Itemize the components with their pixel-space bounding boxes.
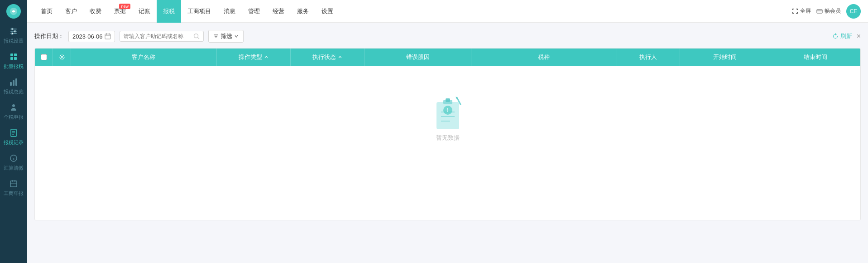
user-avatar[interactable]: CE [846,4,861,19]
svg-text:!: ! [447,107,449,113]
sidebar-item-geshui-shenbao[interactable]: 个税申报 [0,99,27,124]
table-header: 客户名称 操作类型 执行状态 错 [35,49,860,66]
annual-icon [9,179,19,189]
sidebar-label-baoshui-shezhi: 报税设置 [4,38,24,44]
nav-item-shoufei[interactable]: 收费 [83,0,108,23]
svg-point-36 [61,56,63,58]
close-button[interactable]: × [857,32,861,40]
search-box[interactable] [120,31,204,42]
svg-rect-12 [13,80,14,86]
svg-rect-25 [817,10,822,13]
refresh-button[interactable]: 刷新 [832,32,852,40]
th-client-name: 客户名称 [71,49,217,66]
empty-illustration: ! [430,93,466,134]
top-navigation: 首页 客户 收费 票据 new 记账 报税 工商项目 消息 管理 经营 [27,0,868,23]
filter-icon [213,34,219,39]
svg-rect-10 [14,57,17,60]
table-body: ! 暂无数据 [35,66,860,220]
nav-item-kehu[interactable]: 客户 [59,0,83,23]
th-error-reason: 错误股因 [364,49,471,66]
chevron-down-icon [234,34,239,39]
th-executor: 执行人 [617,49,680,66]
search-input[interactable] [124,33,192,39]
search-icon [193,33,200,39]
filter-button[interactable]: 筛选 [208,30,244,43]
sidebar-item-baoshui-zonglam[interactable]: 报税总览 [0,73,27,99]
topnav-right-area: 全屏 畅会员 CE [792,4,861,19]
fullscreen-button[interactable]: 全屏 [792,7,811,15]
member-button[interactable]: 畅会员 [816,7,841,15]
date-picker[interactable]: 2023-06-06 [68,31,115,42]
nav-item-fuwu[interactable]: 服务 [291,0,315,23]
svg-rect-21 [10,181,17,187]
batch-icon [9,52,19,62]
svg-point-31 [194,34,198,38]
sort-icon-optype [264,55,269,59]
date-label: 操作日期： [34,32,64,40]
sidebar-logo [0,0,27,23]
content-area: 操作日期： 2023-06-06 [27,23,868,263]
sidebar-item-huisuan-jiaona[interactable]: ¥ 汇算清缴 [0,150,27,175]
th-checkbox[interactable] [35,49,53,66]
svg-line-32 [197,38,199,39]
page-toolbar: 操作日期： 2023-06-06 [34,30,861,43]
sidebar-item-gongshang-nianbao[interactable]: 工商年报 [0,175,27,200]
select-all-checkbox[interactable] [41,54,47,60]
svg-rect-7 [10,54,13,56]
svg-point-14 [12,104,15,107]
empty-state: ! 暂无数据 [35,66,860,169]
data-table: 客户名称 操作类型 执行状态 错 [34,48,861,220]
th-settings-icon [59,54,65,60]
nav-item-guanli[interactable]: 管理 [242,0,266,23]
nav-item-gongshang[interactable]: 工商项目 [181,0,217,23]
nav-item-baoshui[interactable]: 报税 [157,0,181,23]
calendar-icon [105,33,111,39]
th-end-time: 结束时间 [770,49,860,66]
nav-item-jizhang[interactable]: 记账 [132,0,157,23]
nav-item-xiaoxi[interactable]: 消息 [217,0,242,23]
nav-item-piaoju[interactable]: 票据 new [108,0,132,23]
th-tax-type: 税种 [471,49,617,66]
svg-point-4 [11,28,13,30]
th-exec-status[interactable]: 执行状态 [291,49,364,66]
refresh-icon [832,33,839,39]
sidebar-label-geshui-shenbao: 个税申报 [4,114,24,121]
th-settings[interactable] [53,49,71,66]
svg-rect-8 [14,54,17,56]
page-body: 操作日期： 2023-06-06 [27,23,868,263]
toolbar-right: 刷新 × [832,32,861,40]
th-start-time: 开始时间 [680,49,771,66]
nav-item-shouye[interactable]: 首页 [34,0,59,23]
th-op-type[interactable]: 操作类型 [217,49,291,66]
sidebar-label-huisuan-jiaona: 汇算清缴 [4,165,24,171]
sort-icon-status [338,55,342,59]
piaoju-badge: new [119,4,130,9]
empty-text: 暂无数据 [436,134,460,142]
record-icon [9,128,19,138]
sidebar-label-gongshang-nianbao: 工商年报 [4,190,24,197]
svg-rect-27 [105,34,110,39]
sidebar-item-baoshui-jilu[interactable]: 报税记录 [0,124,27,150]
svg-point-5 [14,30,16,32]
person-tax-icon [9,102,19,112]
main-sidebar: 报税设置 批量报税 报税总览 [0,0,27,263]
svg-text:¥: ¥ [12,157,15,161]
main-content: 首页 客户 收费 票据 new 记账 报税 工商项目 消息 管理 经营 [27,0,868,263]
svg-rect-11 [10,82,12,86]
sidebar-label-baoshui-jilu: 报税记录 [4,139,24,146]
sidebar-item-baoshui-shezhi[interactable]: 报税设置 [0,23,27,48]
settlement-icon: ¥ [9,153,19,163]
nav-item-shezhi[interactable]: 设置 [315,0,340,23]
sidebar-item-piliang-baoshui[interactable]: 批量报税 [0,48,27,73]
overview-icon [9,77,19,87]
nav-item-jingying[interactable]: 经营 [266,0,291,23]
svg-rect-13 [15,78,17,86]
sidebar-label-piliang-baoshui: 批量报税 [4,63,24,70]
svg-rect-39 [446,98,450,102]
logo-icon [6,4,21,19]
settings-icon [9,26,19,36]
sidebar-label-baoshui-zonglam: 报税总览 [4,88,24,95]
svg-point-6 [11,33,13,34]
svg-rect-9 [10,57,13,60]
